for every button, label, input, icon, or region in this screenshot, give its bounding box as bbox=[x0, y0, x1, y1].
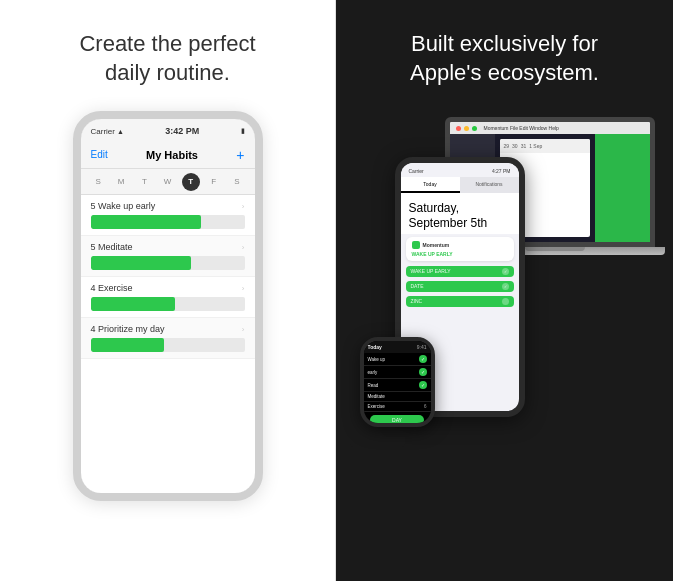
clock: 3:42 PM bbox=[165, 126, 199, 136]
ir-notif-title: Momentum bbox=[423, 242, 450, 248]
watch-habit-3: Read ✓ bbox=[364, 379, 431, 392]
day-s1[interactable]: S bbox=[89, 177, 107, 186]
watch-time: 9:41 bbox=[417, 344, 427, 350]
day-m[interactable]: M bbox=[112, 177, 130, 186]
mac-menu-text: Momentum File Edit Window Help bbox=[484, 125, 559, 131]
habit-bar-fill-3 bbox=[91, 297, 176, 311]
day-t1[interactable]: T bbox=[135, 177, 153, 186]
macbook-notch bbox=[525, 247, 585, 251]
habit-bar-fill-1 bbox=[91, 215, 202, 229]
edit-button[interactable]: Edit bbox=[91, 149, 108, 160]
watch-check-3: ✓ bbox=[419, 381, 427, 389]
maximize-icon bbox=[472, 126, 477, 131]
chevron-right-icon: › bbox=[242, 284, 245, 293]
list-item[interactable]: 4 Exercise › bbox=[81, 277, 255, 318]
day-s2[interactable]: S bbox=[228, 177, 246, 186]
habit-bar-bg-2 bbox=[91, 256, 245, 270]
mac-menubar: Momentum File Edit Window Help bbox=[450, 122, 650, 134]
left-headline: Create the perfect daily routine. bbox=[79, 30, 255, 87]
minimize-icon bbox=[464, 126, 469, 131]
watch-habit-5: Exercise 6 bbox=[364, 402, 431, 412]
ir-tab-notifications[interactable]: Notifications bbox=[460, 177, 519, 193]
watch-band-bottom bbox=[350, 437, 405, 447]
ir-check-1: ✓ bbox=[502, 268, 509, 275]
ir-habit-item-3: ZINC bbox=[406, 296, 514, 307]
ir-date-line2: September 5th bbox=[409, 216, 511, 230]
habit-bar-bg-3 bbox=[91, 297, 245, 311]
ir-notification-card: Momentum WAKE UP EARLY bbox=[406, 237, 514, 261]
days-bar: S M T W T F S bbox=[81, 169, 255, 195]
watch-title: Today bbox=[368, 344, 382, 350]
battery-icon: ▮ bbox=[241, 127, 245, 135]
watch-check-2: ✓ bbox=[419, 368, 427, 376]
right-panel: Built exclusively for Apple's ecosystem.… bbox=[336, 0, 673, 581]
ir-check-2: ✓ bbox=[502, 283, 509, 290]
ir-date-area: Saturday, September 5th bbox=[401, 193, 519, 234]
add-button[interactable]: + bbox=[236, 147, 244, 163]
habit-bar-fill-4 bbox=[91, 338, 165, 352]
habit-name-2: 5 Meditate bbox=[91, 242, 133, 252]
status-bar: Carrier ▲ 3:42 PM ▮ bbox=[81, 119, 255, 141]
ir-habit-item-1: WAKE UP EARLY ✓ bbox=[406, 266, 514, 277]
ir-status-bar: Carrier 4:27 PM bbox=[401, 163, 519, 177]
watch-container: Today 9:41 Wake up ✓ early ✓ Read ✓ bbox=[350, 427, 405, 447]
wifi-icon: ▲ bbox=[117, 128, 124, 135]
momentum-icon bbox=[412, 241, 420, 249]
habit-name-4: 4 Prioritize my day bbox=[91, 324, 165, 334]
ir-tab-today[interactable]: Today bbox=[401, 177, 460, 193]
close-icon bbox=[456, 126, 461, 131]
mac-cal-header: 29 30 31 1 Sep bbox=[500, 139, 590, 153]
chevron-right-icon: › bbox=[242, 325, 245, 334]
apple-watch-mockup: Today 9:41 Wake up ✓ early ✓ Read ✓ bbox=[360, 337, 435, 427]
screen-title: My Habits bbox=[146, 149, 198, 161]
watch-check-1: ✓ bbox=[419, 355, 427, 363]
habit-bar-fill-2 bbox=[91, 256, 191, 270]
mac-green-panel bbox=[595, 134, 650, 242]
chevron-right-icon: › bbox=[242, 202, 245, 211]
device-group: Momentum File Edit Window Help 29 30 31 … bbox=[345, 117, 665, 457]
list-item[interactable]: 4 Prioritize my day › bbox=[81, 318, 255, 359]
chevron-right-icon: › bbox=[242, 243, 245, 252]
left-panel: Create the perfect daily routine. Carrie… bbox=[0, 0, 336, 581]
list-item[interactable]: 5 Meditate › bbox=[81, 236, 255, 277]
watch-habit-1: Wake up ✓ bbox=[364, 353, 431, 366]
habit-list: 5 Wake up early › 5 Meditate › 4 Exerc bbox=[81, 195, 255, 493]
habit-name-1: 5 Wake up early bbox=[91, 201, 156, 211]
watch-habit-2: early ✓ bbox=[364, 366, 431, 379]
day-t2-active[interactable]: T bbox=[182, 173, 200, 191]
watch-header: Today 9:41 bbox=[364, 341, 431, 353]
watch-habit-4: Meditate bbox=[364, 392, 431, 402]
ir-check-3 bbox=[502, 298, 509, 305]
ir-tabs: Today Notifications bbox=[401, 177, 519, 193]
habit-name-3: 4 Exercise bbox=[91, 283, 133, 293]
list-item[interactable]: 5 Wake up early › bbox=[81, 195, 255, 236]
right-headline: Built exclusively for Apple's ecosystem. bbox=[410, 30, 599, 87]
ir-notif-body: WAKE UP EARLY bbox=[412, 251, 508, 257]
habit-bar-bg-4 bbox=[91, 338, 245, 352]
navigation-bar: Edit My Habits + bbox=[81, 141, 255, 169]
iphone-mockup: Carrier ▲ 3:42 PM ▮ Edit My Habits + S M… bbox=[73, 111, 263, 501]
ir-habit-item-2: DATE ✓ bbox=[406, 281, 514, 292]
watch-day-button[interactable]: DAY bbox=[370, 415, 424, 425]
ir-date-line1: Saturday, bbox=[409, 201, 511, 215]
day-w[interactable]: W bbox=[158, 177, 176, 186]
habit-bar-bg-1 bbox=[91, 215, 245, 229]
watch-screen: Today 9:41 Wake up ✓ early ✓ Read ✓ bbox=[364, 341, 431, 423]
day-f[interactable]: F bbox=[205, 177, 223, 186]
